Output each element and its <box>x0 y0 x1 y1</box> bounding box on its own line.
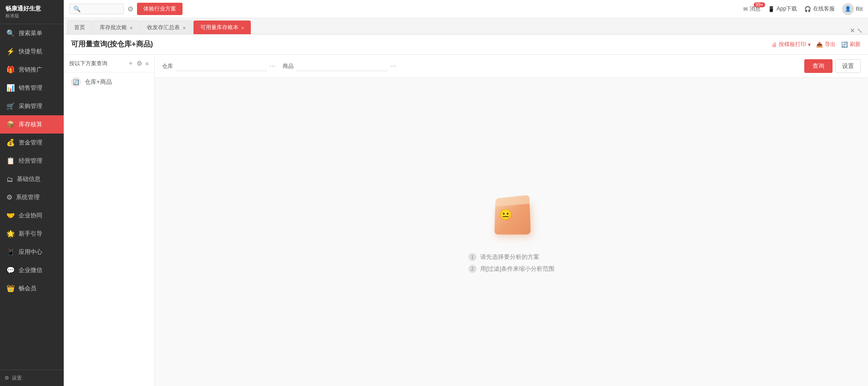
sidebar-item-label-enterprise: 企业协同 <box>19 211 42 220</box>
refresh-button[interactable]: 🔄 刷新 <box>841 41 861 48</box>
enterprise-icon: 🤝 <box>6 211 15 220</box>
content-area: 按以下方案查询 ＋ ⚙ « 🔄 仓库+商品 仓库 ··· 商品 <box>64 55 868 386</box>
sidebar-bottom[interactable]: ⚙ 设置 <box>0 370 64 386</box>
hint-text: 用[过滤]条件来缩小分析范围 <box>480 265 554 273</box>
topbar-search-box[interactable]: 🔍 <box>69 4 124 14</box>
basic-icon: 🗂 <box>6 175 13 183</box>
sidebar-item-shortcut[interactable]: ⚡ 快捷导航 <box>0 42 64 61</box>
hint-number: 2 <box>468 265 477 273</box>
app-download-button[interactable]: 📱 App下载 <box>768 5 797 13</box>
sidebar-item-finance[interactable]: 💰 资金管理 <box>0 134 64 152</box>
tab-batch[interactable]: 库存批次账× <box>93 21 139 34</box>
industry-solution-button[interactable]: 体验行业方案 <box>137 3 183 15</box>
settings-scheme-icon[interactable]: ⚙ <box>137 60 142 67</box>
warehouse-filter: 仓库 ··· <box>162 62 275 71</box>
scheme-item-warehouse-goods[interactable]: 🔄 仓库+商品 <box>64 72 154 92</box>
empty-hint: 2 用[过滤]条件来缩小分析范围 <box>468 265 554 273</box>
shortcut-icon: ⚡ <box>6 47 15 56</box>
sidebar-item-label-wechat: 企业微信 <box>19 266 42 274</box>
export-icon: 📤 <box>816 41 823 48</box>
search-input[interactable] <box>82 6 119 12</box>
message-button[interactable]: ✉ 消息 99+ <box>743 5 761 13</box>
print-icon: 🖨 <box>772 41 777 48</box>
sidebar-item-sales[interactable]: 📊 销售管理 <box>0 79 64 97</box>
avatar: 👤 <box>842 3 854 15</box>
warehouse-more-icon[interactable]: ··· <box>269 62 275 70</box>
sidebar-item-marketing[interactable]: 🎁 营销推广 <box>0 61 64 79</box>
sidebar-item-vip[interactable]: 👑 畅会员 <box>0 279 64 298</box>
tab-label-summary: 收发存汇总表 <box>147 24 180 31</box>
tab-close-batch[interactable]: × <box>130 25 132 31</box>
sidebar-item-wechat[interactable]: 💬 企业微信 <box>0 261 64 279</box>
left-panel-header: 按以下方案查询 ＋ ⚙ « <box>64 55 154 72</box>
empty-face: 😐 <box>499 208 513 221</box>
system-icon: ⚙ <box>6 193 12 201</box>
tab-label-batch: 库存批次账 <box>100 24 127 31</box>
filter-row: 仓库 ··· 商品 ··· 查询 设置 <box>155 55 868 78</box>
sidebar-item-enterprise[interactable]: 🤝 企业协同 <box>0 206 64 225</box>
sidebar-item-label-finance: 资金管理 <box>19 139 42 147</box>
sales-icon: 📊 <box>6 84 15 92</box>
warehouse-input[interactable] <box>176 62 267 71</box>
sidebar-item-purchase[interactable]: 🛒 采购管理 <box>0 97 64 115</box>
query-button[interactable]: 查询 <box>804 59 832 73</box>
marketing-icon: 🎁 <box>6 66 15 74</box>
empty-state: 😐 1 请先选择要分析的方案 2 用[过滤]条件来缩小分析范围 <box>155 78 868 386</box>
tab-summary[interactable]: 收发存汇总表× <box>140 21 192 34</box>
sidebar-item-label-marketing: 营销推广 <box>19 66 42 74</box>
print-button[interactable]: 🖨 按模板打印 ▾ <box>772 41 811 48</box>
page-header: 可用量查询(按仓库+商品) 🖨 按模板打印 ▾ 📤 导出 🔄 刷新 <box>64 35 868 55</box>
purchase-icon: 🛒 <box>6 102 15 110</box>
collapse-panel-icon[interactable]: « <box>145 60 149 67</box>
left-panel: 按以下方案查询 ＋ ⚙ « 🔄 仓库+商品 <box>64 55 155 386</box>
print-dropdown-icon[interactable]: ▾ <box>808 41 811 48</box>
search-icon: 🔍 <box>73 5 81 12</box>
tab-close-available[interactable]: × <box>241 25 244 31</box>
sidebar-item-system[interactable]: ⚙ 系统管理 <box>0 188 64 206</box>
newbie-icon: 🌟 <box>6 230 15 238</box>
sidebar-item-label-apps: 应用中心 <box>19 248 42 256</box>
tab-close-summary[interactable]: × <box>183 25 185 31</box>
wechat-icon: 💬 <box>6 266 15 274</box>
right-panel: 仓库 ··· 商品 ··· 查询 设置 😐 <box>155 55 868 386</box>
sidebar-item-newbie[interactable]: 🌟 新手引导 <box>0 225 64 243</box>
sidebar-item-label-basic: 基础信息 <box>17 175 41 183</box>
expand-window-icon[interactable]: ⤡ <box>857 27 863 34</box>
sidebar-scroll: 🔍 搜索菜单 ⚡ 快捷导航 🎁 营销推广 📊 销售管理 🛒 采购管理 📦 库存核… <box>0 24 64 370</box>
sidebar-item-label-system: 系统管理 <box>16 193 40 201</box>
sidebar-item-search[interactable]: 🔍 搜索菜单 <box>0 24 64 42</box>
filter-actions: 查询 设置 <box>804 59 861 73</box>
tab-label-available: 可用量库存账本 <box>200 24 239 31</box>
online-service-button[interactable]: 🎧 在线客服 <box>804 5 835 13</box>
tab-available[interactable]: 可用量库存账本× <box>193 21 251 34</box>
sidebar-bottom-label: 设置 <box>12 375 22 381</box>
topbar: 🔍 ⚙ 体验行业方案 ✉ 消息 99+ 📱 App下载 🎧 在线客服 👤 Rit <box>64 0 868 18</box>
tab-home[interactable]: 首页 <box>67 21 92 34</box>
sidebar: 畅康通好生意 标准版 🔍 搜索菜单 ⚡ 快捷导航 🎁 营销推广 📊 销售管理 🛒… <box>0 0 64 386</box>
goods-input[interactable] <box>296 62 387 71</box>
sidebar-item-apps[interactable]: 📱 应用中心 <box>0 243 64 261</box>
close-window-icon[interactable]: ✕ <box>850 27 855 34</box>
goods-more-icon[interactable]: ··· <box>390 62 396 70</box>
vip-icon: 👑 <box>6 284 15 293</box>
sidebar-item-operation[interactable]: 📋 经营管理 <box>0 152 64 170</box>
apps-icon: 📱 <box>6 248 15 256</box>
scheme-item-label: 仓库+商品 <box>85 78 112 86</box>
app-download-label: App下载 <box>777 5 797 13</box>
add-scheme-icon[interactable]: ＋ <box>127 59 134 67</box>
sidebar-item-label-newbie: 新手引导 <box>19 230 42 238</box>
sidebar-item-label-shortcut: 快捷导航 <box>19 47 42 56</box>
page-title: 可用量查询(按仓库+商品) <box>71 40 153 49</box>
tab-label-home: 首页 <box>74 24 85 31</box>
username-label: Rit <box>856 6 863 12</box>
tab-window-controls: ✕ ⤡ <box>850 27 863 34</box>
topbar-gear-icon[interactable]: ⚙ <box>127 5 133 13</box>
search-icon: 🔍 <box>6 29 15 37</box>
sidebar-item-basic[interactable]: 🗂 基础信息 <box>0 170 64 188</box>
user-menu[interactable]: 👤 Rit <box>842 3 863 15</box>
hint-text: 请先选择要分析的方案 <box>480 253 539 261</box>
sidebar-item-inventory[interactable]: 📦 库存核算 <box>0 115 64 134</box>
settings-button[interactable]: 设置 <box>835 59 861 73</box>
settings-icon: ⚙ <box>5 375 9 381</box>
export-button[interactable]: 📤 导出 <box>816 41 836 48</box>
